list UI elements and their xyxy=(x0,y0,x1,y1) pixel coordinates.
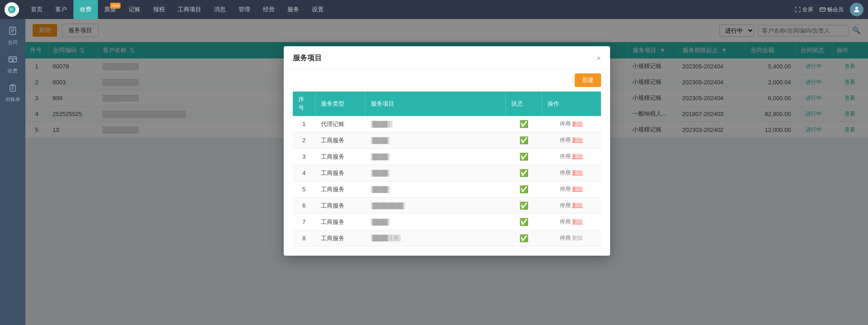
stop-button[interactable]: 停用 xyxy=(560,185,571,193)
svg-text:财: 财 xyxy=(10,7,13,12)
modal-cell-status: ✅ xyxy=(506,116,542,132)
modal-cell-status: ✅ xyxy=(506,165,542,181)
modal-col-item: 服务项目 xyxy=(365,92,506,116)
delete-button[interactable]: 删除 xyxy=(572,234,583,242)
modal-cell-type: 工商服务 xyxy=(315,230,365,247)
modal-cell-item: ████████ xyxy=(365,198,506,214)
delete-button[interactable]: 删除 xyxy=(572,120,583,128)
delete-button[interactable]: 删除 xyxy=(572,218,583,226)
nav-piao[interactable]: 票据 new xyxy=(98,0,122,19)
stop-button[interactable]: 停用 xyxy=(560,153,571,160)
svg-point-3 xyxy=(855,7,858,10)
nav-baoshui[interactable]: 报税 xyxy=(147,0,171,19)
modal-cell-seq: 2 xyxy=(293,132,315,149)
modal-cell-item: ████ xyxy=(365,149,506,165)
modal-cell-type: 工商服务 xyxy=(315,132,365,149)
modal-col-status: 状态 xyxy=(506,92,542,116)
modal-cell-type: 工商服务 xyxy=(315,149,365,165)
svg-point-6 xyxy=(12,60,13,61)
modal-col-seq: 序号 xyxy=(293,92,315,116)
nav-shezhi[interactable]: 设置 xyxy=(305,0,330,19)
modal-cell-item: ████ xyxy=(365,165,506,181)
modal-cell-item: ████ xyxy=(365,214,506,230)
modal-header: 服务项目 × xyxy=(284,46,610,69)
modal-col-action: 操作 xyxy=(542,92,601,116)
modal-title: 服务项目 xyxy=(293,53,322,63)
sidebar-label-shouquan: 收费 xyxy=(8,68,18,74)
app-logo: 财 xyxy=(5,2,19,17)
modal-cell-seq: 6 xyxy=(293,198,315,214)
avatar[interactable] xyxy=(850,3,863,16)
modal-table-row: 1 代理记账 ████1 ✅ 停用 删除 xyxy=(293,116,601,132)
modal-table-body: 1 代理记账 ████1 ✅ 停用 删除 2 工商服务 ████ ✅ 停用 删除… xyxy=(293,116,601,247)
sidebar-item-shouquan[interactable]: 收费 xyxy=(2,51,24,78)
modal-table-row: 6 工商服务 ████████ ✅ 停用 删除 xyxy=(293,198,601,214)
modal-cell-type: 工商服务 xyxy=(315,181,365,198)
nav-items: 首页 客户 收费 票据 new 记账 报税 工商项目 消息 管理 经营 服务 设… xyxy=(24,0,795,19)
stop-button[interactable]: 停用 xyxy=(560,202,571,209)
nav-home[interactable]: 首页 xyxy=(24,0,49,19)
delete-button[interactable]: 删除 xyxy=(572,185,583,193)
modal-cell-status: ✅ xyxy=(506,181,542,198)
modal-cell-action: 停用 删除 xyxy=(542,181,601,198)
modal-cell-item: ████ xyxy=(365,132,506,149)
modal-close-button[interactable]: × xyxy=(596,54,601,63)
modal-cell-action: 停用 删除 xyxy=(542,149,601,165)
modal-cell-seq: 4 xyxy=(293,165,315,181)
fullscreen-icon[interactable]: 全屏 xyxy=(795,6,813,14)
main-content: 新增 服务项目 进行中 已结束 全部 🔍 序号 xyxy=(25,19,868,325)
delete-button[interactable]: 删除 xyxy=(572,202,583,209)
stop-button[interactable]: 停用 xyxy=(560,234,571,242)
app-layout: 合同 收费 对账单 新增 服务项目 进行中 已结束 xyxy=(0,19,868,325)
modal-col-type: 服务类型 xyxy=(315,92,365,116)
new-service-button[interactable]: 新建 xyxy=(575,73,601,87)
stop-button[interactable]: 停用 xyxy=(560,120,571,128)
nav-guanli[interactable]: 管理 xyxy=(232,0,257,19)
sidebar-item-duizhang[interactable]: 对账单 xyxy=(2,80,24,107)
modal-cell-status: ✅ xyxy=(506,198,542,214)
stop-button[interactable]: 停用 xyxy=(560,136,571,144)
modal-cell-action: 停用 删除 xyxy=(542,165,601,181)
nav-jizhang[interactable]: 记账 xyxy=(122,0,147,19)
modal-cell-type: 工商服务 xyxy=(315,165,365,181)
sidebar: 合同 收费 对账单 xyxy=(0,19,25,325)
modal-cell-seq: 5 xyxy=(293,181,315,198)
nav-customer[interactable]: 客户 xyxy=(49,0,73,19)
nav-jingying[interactable]: 经营 xyxy=(257,0,281,19)
stop-button[interactable]: 停用 xyxy=(560,218,571,226)
fee-icon xyxy=(8,55,17,66)
nav-shouquan[interactable]: 收费 xyxy=(73,0,98,19)
delete-button[interactable]: 删除 xyxy=(572,153,583,160)
svg-rect-7 xyxy=(12,85,14,86)
modal-cell-status: ✅ xyxy=(506,230,542,247)
status-check-icon: ✅ xyxy=(519,120,529,128)
modal-table-row: 7 工商服务 ████ ✅ 停用 删除 xyxy=(293,214,601,230)
status-check-icon: ✅ xyxy=(519,169,529,177)
modal-cell-status: ✅ xyxy=(506,132,542,149)
modal-table-row: 2 工商服务 ████ ✅ 停用 删除 xyxy=(293,132,601,149)
service-items-modal: 服务项目 × 新建 序号 服务类型 服务项目 状态 xyxy=(284,46,610,256)
top-nav: 财 首页 客户 收费 票据 new 记账 报税 工商项目 消息 管理 经营 服务… xyxy=(0,0,868,19)
sidebar-item-hetong[interactable]: 合同 xyxy=(2,23,24,49)
modal-table-row: 5 工商服务 ████ ✅ 停用 删除 xyxy=(293,181,601,198)
modal-cell-type: 工商服务 xyxy=(315,198,365,214)
nav-fuwu[interactable]: 服务 xyxy=(281,0,305,19)
nav-xiaoxi[interactable]: 消息 xyxy=(208,0,232,19)
modal-cell-item: ████注册 xyxy=(365,230,506,247)
modal-cell-type: 工商服务 xyxy=(315,214,365,230)
status-check-icon: ✅ xyxy=(519,185,529,193)
modal-cell-status: ✅ xyxy=(506,214,542,230)
status-check-icon: ✅ xyxy=(519,136,529,144)
modal-cell-seq: 1 xyxy=(293,116,315,132)
right-actions: 全屏 畅会员 xyxy=(795,3,863,16)
stop-button[interactable]: 停用 xyxy=(560,169,571,177)
status-check-icon: ✅ xyxy=(519,202,529,209)
delete-button[interactable]: 删除 xyxy=(572,136,583,144)
member-icon[interactable]: 畅会员 xyxy=(820,6,844,14)
delete-button[interactable]: 删除 xyxy=(572,169,583,177)
modal-overlay[interactable]: 服务项目 × 新建 序号 服务类型 服务项目 状态 xyxy=(25,19,868,325)
modal-toolbar: 新建 xyxy=(284,69,610,92)
modal-cell-action: 停用 删除 xyxy=(542,214,601,230)
nav-gongshang[interactable]: 工商项目 xyxy=(171,0,208,19)
new-badge: new xyxy=(110,3,121,9)
